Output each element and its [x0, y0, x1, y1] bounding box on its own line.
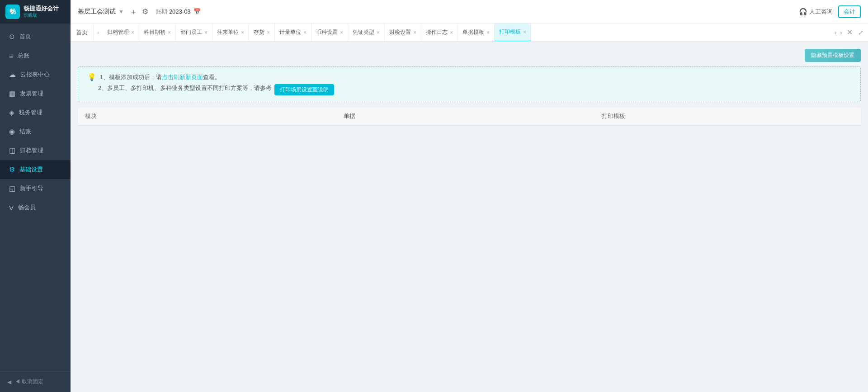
tab-print-template[interactable]: 打印模板 ×: [495, 24, 531, 42]
tab-transaction-unit[interactable]: 往来单位 ×: [212, 24, 249, 42]
tab-subject-initial[interactable]: 科目期初 ×: [139, 24, 176, 42]
tab-currency-close[interactable]: ×: [340, 29, 343, 36]
sidebar-item-home[interactable]: ⊙ 首页: [0, 27, 71, 46]
tab-finance-tax-label: 财税设置: [389, 28, 411, 36]
sidebar-item-guide-label: 新手引导: [20, 184, 43, 193]
tab-document-template[interactable]: 单据模板 ×: [458, 24, 495, 42]
tab-measure-unit[interactable]: 计量单位 ×: [275, 24, 311, 42]
notice-row-2: 2、多员工、多打印机、多种业务类型设置不同打印方案等，请参考 打印场景设置宣说明: [87, 84, 851, 95]
tab-voucher-type[interactable]: 凭证类型 ×: [348, 24, 385, 42]
tab-archive-management[interactable]: 归档管理 ×: [103, 24, 139, 42]
sidebar-item-tax-label: 税务管理: [19, 109, 42, 117]
sidebar-item-invoice-label: 发票管理: [20, 90, 43, 98]
hide-template-btn-wrapper: 隐藏预置模板设置: [78, 49, 861, 62]
tab-measure-unit-label: 计量单位: [279, 28, 301, 36]
tab-transaction-unit-close[interactable]: ×: [241, 29, 244, 36]
tab-subject-initial-label: 科目期初: [144, 28, 165, 36]
tab-currency-label: 币种设置: [316, 28, 338, 36]
period-display: 账期 2023-03 📅: [156, 8, 201, 16]
company-selector[interactable]: 基层工会测试 ▼: [78, 8, 124, 16]
tab-archive-management-close[interactable]: ×: [131, 29, 134, 36]
logo-icon: 畅: [5, 5, 20, 19]
sidebar-item-member-label: 畅会员: [18, 203, 36, 212]
notice-line2-pre: 2、多员工、多打印机、多种业务类型设置不同打印方案等，请参考: [98, 84, 272, 92]
tabbar: 首页 ‹ 归档管理 × 科目期初 × 部门员工 × 往来单位 × 存货 ×: [71, 24, 868, 42]
calendar-icon[interactable]: 📅: [193, 8, 201, 15]
sidebar-item-settings[interactable]: ⚙ 基础设置: [0, 160, 71, 179]
sidebar-item-settings-label: 基础设置: [19, 165, 43, 174]
sidebar-item-archive[interactable]: ◫ 归档管理: [0, 141, 71, 160]
tab-measure-unit-close[interactable]: ×: [303, 29, 307, 36]
tab-currency[interactable]: 币种设置 ×: [311, 24, 348, 42]
settings-gear-icon[interactable]: ⚙: [142, 7, 148, 16]
col-module: 模块: [78, 108, 336, 125]
tab-expand-button[interactable]: ⤢: [855, 29, 866, 36]
kuaiji-button[interactable]: 会计: [838, 5, 861, 18]
sidebar-item-settlement-label: 结账: [19, 128, 31, 136]
tab-document-template-close[interactable]: ×: [486, 29, 490, 36]
logo-text: 畅捷通好会计 旗舰版: [24, 5, 59, 19]
add-tab-button[interactable]: ＋: [129, 6, 137, 17]
tab-nav-buttons: ‹ › ✕ ⤢: [831, 28, 868, 37]
tab-home[interactable]: 首页: [71, 24, 94, 41]
logo-sub: 旗舰版: [24, 12, 59, 19]
tab-inventory[interactable]: 存货 ×: [249, 24, 275, 42]
hide-template-button[interactable]: 隐藏预置模板设置: [805, 49, 861, 62]
sidebar-unpin-button[interactable]: ◀ ◀ 取消固定: [0, 371, 71, 392]
ledger-icon: ≡: [9, 52, 13, 60]
settlement-icon: ◉: [9, 128, 15, 136]
company-dropdown-icon: ▼: [118, 9, 124, 15]
tax-icon: ◈: [9, 109, 14, 117]
topbar-right: 🎧 人工咨询 会计: [799, 5, 861, 18]
archive-icon: ◫: [9, 146, 15, 155]
main-area: 基层工会测试 ▼ ＋ ⚙ 账期 2023-03 📅 🎧 人工咨询 会计 首页 ‹…: [71, 0, 868, 392]
col-document: 单据: [336, 108, 595, 125]
tab-prev-button[interactable]: ‹: [833, 28, 839, 37]
sidebar-item-report[interactable]: ☁ 云报表中心: [0, 65, 71, 84]
tab-department-staff[interactable]: 部门员工 ×: [176, 24, 212, 42]
col-print-template: 打印模板: [594, 108, 861, 125]
tab-department-staff-close[interactable]: ×: [204, 29, 208, 36]
tab-finance-tax-close[interactable]: ×: [413, 29, 416, 36]
sidebar-item-home-label: 首页: [19, 33, 31, 41]
headset-icon: 🎧: [799, 8, 807, 16]
tab-voucher-type-close[interactable]: ×: [377, 29, 380, 36]
sidebar-item-guide[interactable]: ◱ 新手引导: [0, 179, 71, 198]
tab-voucher-type-label: 凭证类型: [353, 28, 374, 36]
sidebar-item-member[interactable]: V 畅会员: [0, 198, 71, 217]
tab-finance-tax[interactable]: 财税设置 ×: [385, 24, 421, 42]
tab-chevron-icon[interactable]: ‹: [94, 29, 103, 36]
table-header-row: 模块 单据 打印模板: [78, 108, 861, 125]
table-header: 模块 单据 打印模板: [78, 108, 861, 125]
period-value: 2023-03: [169, 8, 191, 15]
sidebar-item-invoice[interactable]: ▦ 发票管理: [0, 84, 71, 103]
tab-print-template-label: 打印模板: [499, 28, 521, 36]
tab-operation-log-close[interactable]: ×: [450, 29, 453, 36]
tab-transaction-unit-label: 往来单位: [217, 28, 239, 36]
tab-print-template-close[interactable]: ×: [523, 29, 526, 35]
tab-subject-initial-close[interactable]: ×: [168, 29, 171, 36]
settings-icon: ⚙: [9, 165, 15, 174]
tab-inventory-close[interactable]: ×: [267, 29, 270, 36]
sidebar-item-ledger[interactable]: ≡ 总账: [0, 46, 71, 65]
sidebar-item-report-label: 云报表中心: [20, 71, 50, 79]
content-area: 隐藏预置模板设置 💡 1、模板添加成功后，请 点击刷新新页面 查看。 2、多员工…: [71, 42, 868, 392]
service-label: 人工咨询: [809, 8, 833, 16]
sidebar: 畅 畅捷通好会计 旗舰版 ⊙ 首页 ≡ 总账 ☁ 云报表中心 ▦ 发票管理 ◈ …: [0, 0, 71, 392]
topbar: 基层工会测试 ▼ ＋ ⚙ 账期 2023-03 📅 🎧 人工咨询 会计: [71, 0, 868, 24]
tab-operation-log[interactable]: 操作日志 ×: [421, 24, 458, 42]
notice-icon: 💡: [87, 73, 96, 81]
notice-line1-pre: 1、模板添加成功后，请: [100, 73, 162, 81]
notice-box: 💡 1、模板添加成功后，请 点击刷新新页面 查看。 2、多员工、多打印机、多种业…: [78, 66, 861, 102]
tab-inventory-label: 存货: [254, 28, 264, 36]
tab-close-all-button[interactable]: ✕: [844, 28, 855, 37]
sidebar-item-settlement[interactable]: ◉ 结账: [0, 122, 71, 141]
notice-refresh-link[interactable]: 点击刷新新页面: [162, 73, 203, 81]
tab-next-button[interactable]: ›: [838, 28, 844, 37]
guide-icon: ◱: [9, 184, 15, 193]
tab-archive-management-label: 归档管理: [107, 28, 129, 36]
print-scene-button[interactable]: 打印场景设置宣说明: [274, 84, 334, 95]
service-button[interactable]: 🎧 人工咨询: [799, 8, 833, 16]
invoice-icon: ▦: [9, 90, 15, 98]
sidebar-item-tax[interactable]: ◈ 税务管理: [0, 103, 71, 122]
